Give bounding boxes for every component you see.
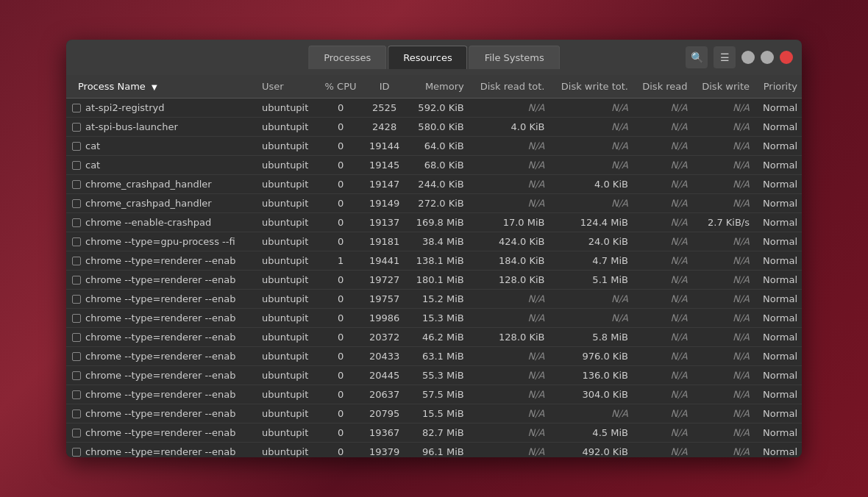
process-checkbox-icon[interactable]	[72, 257, 81, 265]
table-row[interactable]: chrome --type=renderer --enabubuntupit01…	[66, 309, 802, 328]
process-checkbox-icon[interactable]	[72, 123, 81, 132]
tab-filesystems[interactable]: File Systems	[469, 46, 560, 69]
process-disk-write: N/A	[692, 251, 754, 271]
process-disk-write-tot: N/A	[549, 137, 632, 156]
table-row[interactable]: at-spi2-registrydubuntupit02525592.0 KiB…	[66, 99, 802, 118]
menu-button[interactable]: ☰	[714, 46, 736, 68]
col-user[interactable]: User	[257, 75, 319, 99]
table-row[interactable]: chrome --enable-crashpadubuntupit0191371…	[66, 213, 802, 232]
process-checkbox-icon[interactable]	[72, 333, 81, 342]
process-user: ubuntupit	[257, 99, 319, 118]
process-checkbox-icon[interactable]	[72, 199, 81, 208]
table-row[interactable]: chrome --type=renderer --enabubuntupit02…	[66, 366, 802, 385]
process-checkbox-icon[interactable]	[72, 237, 81, 246]
process-table-container: Process Name ▼ User % CPU ID Memory Disk…	[66, 75, 802, 457]
process-cpu: 0	[319, 271, 363, 290]
table-row[interactable]: chrome_crashpad_handlerubuntupit01914724…	[66, 175, 802, 194]
na-value: N/A	[611, 312, 628, 323]
table-row[interactable]: chrome --type=renderer --enabubuntupit02…	[66, 404, 802, 423]
col-memory[interactable]: Memory	[406, 75, 469, 99]
process-checkbox-icon[interactable]	[72, 314, 81, 323]
process-checkbox-icon[interactable]	[72, 390, 81, 399]
process-checkbox-icon[interactable]	[72, 180, 81, 189]
process-disk-read-tot: N/A	[469, 404, 549, 423]
table-row[interactable]: chrome --type=renderer --enabubuntupit02…	[66, 328, 802, 347]
col-id[interactable]: ID	[363, 75, 406, 99]
table-row[interactable]: chrome --type=renderer --enabubuntupit02…	[66, 385, 802, 404]
table-row[interactable]: chrome --type=renderer --enabubuntupit01…	[66, 423, 802, 443]
search-button[interactable]: 🔍	[686, 46, 708, 68]
na-value: N/A	[527, 370, 544, 381]
process-id: 19149	[363, 194, 406, 213]
table-row[interactable]: chrome --type=renderer --enabubuntupit11…	[66, 251, 802, 271]
process-cpu: 0	[319, 385, 363, 404]
na-value: N/A	[671, 217, 688, 228]
col-disk-read-tot[interactable]: Disk read tot.	[469, 75, 549, 99]
col-process-name[interactable]: Process Name ▼	[66, 75, 257, 99]
process-checkbox-icon[interactable]	[72, 161, 81, 170]
process-cpu: 0	[319, 99, 363, 118]
table-row[interactable]: chrome_crashpad_handlerubuntupit01914927…	[66, 194, 802, 213]
table-row[interactable]: chrome --type=renderer --enabubuntupit01…	[66, 443, 802, 458]
minimize-button[interactable]: —	[741, 51, 755, 64]
table-row[interactable]: chrome --type=renderer --enabubuntupit01…	[66, 271, 802, 290]
col-disk-read[interactable]: Disk read	[633, 75, 692, 99]
process-priority: Normal	[754, 99, 802, 118]
main-window: Processes Resources File Systems 🔍 ☰ — □…	[66, 40, 802, 457]
process-memory: 15.5 MiB	[406, 404, 469, 423]
process-priority: Normal	[754, 213, 802, 232]
process-memory: 46.2 MiB	[406, 328, 469, 347]
tab-resources[interactable]: Resources	[388, 46, 467, 69]
process-table-body: at-spi2-registrydubuntupit02525592.0 KiB…	[66, 99, 802, 458]
process-priority: Normal	[754, 366, 802, 385]
process-disk-write-tot: 136.0 KiB	[549, 366, 632, 385]
na-value: N/A	[671, 236, 688, 247]
table-row[interactable]: chrome --type=renderer --enabubuntupit02…	[66, 347, 802, 366]
table-header-row: Process Name ▼ User % CPU ID Memory Disk…	[66, 75, 802, 99]
col-cpu[interactable]: % CPU	[319, 75, 363, 99]
maximize-button[interactable]: □	[761, 51, 774, 64]
process-memory: 96.1 MiB	[406, 443, 469, 458]
process-checkbox-icon[interactable]	[72, 371, 81, 380]
process-name-label: cat	[85, 140, 100, 151]
process-disk-read-tot: N/A	[469, 175, 549, 194]
na-value: N/A	[733, 179, 750, 190]
tab-processes[interactable]: Processes	[308, 46, 386, 69]
process-id: 20433	[363, 347, 406, 366]
col-disk-write[interactable]: Disk write	[692, 75, 754, 99]
process-disk-read-tot: 424.0 KiB	[469, 232, 549, 251]
process-disk-read-tot: 17.0 MiB	[469, 213, 549, 232]
process-checkbox-icon[interactable]	[72, 104, 81, 112]
table-row[interactable]: chrome --type=gpu-process --fiubuntupit0…	[66, 232, 802, 251]
process-memory: 180.1 MiB	[406, 271, 469, 290]
process-memory: 592.0 KiB	[406, 99, 469, 118]
process-disk-read-tot: N/A	[469, 137, 549, 156]
table-row[interactable]: catubuntupit01914464.0 KiBN/AN/AN/AN/ANo…	[66, 137, 802, 156]
process-checkbox-icon[interactable]	[72, 142, 81, 151]
table-row[interactable]: at-spi-bus-launcherubuntupit02428580.0 K…	[66, 118, 802, 137]
table-row[interactable]: chrome --type=renderer --enabubuntupit01…	[66, 290, 802, 309]
process-cpu: 0	[319, 328, 363, 347]
table-row[interactable]: catubuntupit01914568.0 KiBN/AN/AN/AN/ANo…	[66, 156, 802, 175]
process-checkbox-icon[interactable]	[72, 276, 81, 285]
process-memory: 82.7 MiB	[406, 423, 469, 443]
process-user: ubuntupit	[257, 156, 319, 175]
process-checkbox-icon[interactable]	[72, 410, 81, 418]
process-memory: 15.2 MiB	[406, 290, 469, 309]
close-button[interactable]: ✕	[780, 51, 793, 64]
col-priority[interactable]: Priority	[754, 75, 802, 99]
process-disk-read-tot: N/A	[469, 194, 549, 213]
na-value: N/A	[527, 351, 544, 362]
col-disk-write-tot[interactable]: Disk write tot.	[549, 75, 632, 99]
window-controls: 🔍 ☰ — □ ✕	[686, 46, 793, 68]
process-checkbox-icon[interactable]	[72, 448, 81, 457]
na-value: N/A	[671, 408, 688, 419]
process-checkbox-icon[interactable]	[72, 352, 81, 361]
na-value: N/A	[733, 274, 750, 285]
process-checkbox-icon[interactable]	[72, 429, 81, 437]
process-checkbox-icon[interactable]	[72, 295, 81, 304]
process-disk-write: N/A	[692, 137, 754, 156]
process-disk-write: N/A	[692, 366, 754, 385]
na-value: N/A	[733, 140, 750, 151]
process-checkbox-icon[interactable]	[72, 218, 81, 227]
